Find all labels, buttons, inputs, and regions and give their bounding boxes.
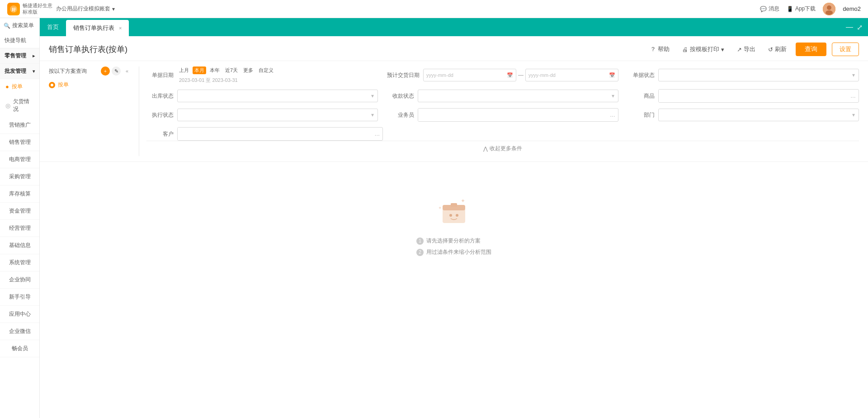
tab-close-icon[interactable]: × bbox=[119, 25, 122, 31]
add-scheme-icon[interactable]: + bbox=[101, 66, 110, 76]
sidebar-item-basic[interactable]: 基础信息 bbox=[0, 237, 39, 254]
salesperson-input[interactable] bbox=[418, 109, 607, 121]
filter-expected-date: 预计交货日期 yyyy-mm-dd 📅 — bbox=[387, 66, 618, 84]
shortcut-7days[interactable]: 近7天 bbox=[223, 66, 240, 74]
settings-button[interactable]: 设置 bbox=[832, 43, 859, 56]
sidebar-subitem-欠货[interactable]: ◎ 欠货情况 bbox=[0, 94, 39, 117]
sidebar-item-finance[interactable]: 资金管理 bbox=[0, 203, 39, 220]
search-menu-item[interactable]: 🔍 搜索菜单 bbox=[0, 18, 39, 33]
dept-label: 部门 bbox=[627, 111, 655, 119]
filter-row-2: 出库状态 ▾ 收款状态 bbox=[146, 89, 859, 103]
svg-point-8 bbox=[449, 214, 452, 217]
sidebar-item-sales[interactable]: 销售管理 bbox=[0, 134, 39, 151]
sidebar-item-newbie[interactable]: 新手引导 bbox=[0, 289, 39, 306]
app-download-button[interactable]: 📱 App下载 bbox=[787, 5, 816, 13]
payment-status-select[interactable]: ▾ bbox=[418, 90, 618, 102]
shortcut-more[interactable]: 更多 bbox=[241, 66, 255, 74]
customer-control: … bbox=[177, 127, 383, 141]
salesperson-label: 业务员 bbox=[387, 111, 414, 119]
nav-selector[interactable]: 办公用品行业模拟账套 ▾ bbox=[56, 5, 115, 13]
dept-control: ▾ bbox=[658, 109, 859, 121]
expected-date-end[interactable]: yyyy-mm-dd 📅 bbox=[525, 69, 618, 81]
logo-icon: 好 bbox=[7, 3, 20, 15]
scheme-item-按单[interactable]: 按单 bbox=[49, 79, 132, 90]
customer-input[interactable] bbox=[178, 128, 372, 140]
chevron-down-icon: ▾ bbox=[852, 72, 855, 78]
sidebar-item-wechat[interactable]: 企业微信 bbox=[0, 323, 39, 340]
svg-point-4 bbox=[826, 10, 833, 15]
shortcut-custom[interactable]: 自定义 bbox=[257, 66, 275, 74]
filter-goods: 商品 … bbox=[627, 89, 859, 103]
goods-input[interactable] bbox=[659, 90, 848, 102]
sidebar-item-retail[interactable]: 零售管理 ▸ bbox=[0, 48, 39, 64]
customer-label: 客户 bbox=[146, 130, 174, 138]
customer-more-icon[interactable]: … bbox=[372, 128, 382, 140]
goods-label: 商品 bbox=[627, 92, 655, 100]
scheme-label: 按以下方案查询 bbox=[49, 67, 87, 75]
collapse-icon: ⋀ bbox=[483, 146, 488, 152]
scheme-icons: + ✎ « bbox=[101, 66, 132, 76]
sidebar-item-purchase[interactable]: 采购管理 bbox=[0, 168, 39, 185]
sidebar-item-wholesale[interactable]: 批发管理 ▾ bbox=[0, 64, 39, 79]
dept-select[interactable]: ▾ bbox=[658, 109, 859, 121]
sidebar-item-ecommerce[interactable]: 电商管理 bbox=[0, 151, 39, 168]
sidebar-item-system[interactable]: 系统管理 bbox=[0, 254, 39, 271]
page-content: 销售订单执行表(按单) ？ 帮助 🖨 按模板打印 ▾ ↗ bbox=[40, 36, 868, 418]
sidebar-item-apps[interactable]: 应用中心 bbox=[0, 306, 39, 323]
goods-more-icon[interactable]: … bbox=[848, 90, 859, 102]
shortcut-last-month[interactable]: 上月 bbox=[177, 66, 191, 74]
ship-status-select[interactable]: ▾ bbox=[177, 90, 378, 102]
tab-minimize-icon[interactable]: — bbox=[846, 23, 853, 31]
query-button[interactable]: 查询 bbox=[796, 43, 826, 56]
expected-date-start[interactable]: yyyy-mm-dd 📅 bbox=[423, 69, 516, 81]
shortcut-this-year[interactable]: 本年 bbox=[208, 66, 222, 74]
exec-status-select[interactable]: ▾ bbox=[177, 109, 378, 121]
doc-status-label: 单据状态 bbox=[627, 71, 655, 79]
customer-input-wrapper: … bbox=[177, 127, 383, 141]
sidebar-item-member[interactable]: 畅会员 bbox=[0, 340, 39, 357]
username: demo2 bbox=[843, 5, 861, 12]
filter-scheme-header: 按以下方案查询 + ✎ « bbox=[49, 66, 132, 76]
svg-text:✦: ✦ bbox=[438, 205, 442, 210]
svg-rect-7 bbox=[451, 203, 457, 207]
sidebar-subitem-按单[interactable]: ● 按单 bbox=[0, 79, 39, 94]
tab-sales-exec[interactable]: 销售订单执行表 × bbox=[66, 20, 129, 36]
salesperson-control: … bbox=[418, 108, 618, 122]
collapse-button[interactable]: ⋀ 收起更多条件 bbox=[478, 144, 528, 153]
doc-status-select[interactable]: ▾ bbox=[658, 69, 859, 81]
payment-status-control: ▾ bbox=[418, 90, 618, 102]
help-button[interactable]: ？ 帮助 bbox=[646, 43, 673, 55]
payment-status-label: 收款状态 bbox=[387, 92, 414, 100]
tab-maximize-icon[interactable]: ⤢ bbox=[857, 23, 863, 32]
sidebar-item-enterprise[interactable]: 企业协同 bbox=[0, 271, 39, 289]
chevron-down-icon: ▾ bbox=[33, 69, 35, 74]
quick-nav-item[interactable]: 快捷导航 bbox=[0, 33, 39, 48]
salesperson-more-icon[interactable]: … bbox=[607, 109, 618, 121]
date-range-text: 2023-03-01 至 2023-03-31 bbox=[179, 77, 378, 84]
download-icon: 📱 bbox=[787, 6, 793, 12]
export-button[interactable]: ↗ 导出 bbox=[733, 43, 759, 55]
sidebar-item-marketing[interactable]: 营销推广 bbox=[0, 117, 39, 134]
calendar-icon: 📅 bbox=[507, 72, 513, 78]
doc-date-control: 上月 本月 本年 近7天 更多 自定义 2023-03-01 至 2023-03… bbox=[177, 66, 378, 84]
goods-input-wrapper: … bbox=[658, 89, 859, 103]
collapse-scheme-icon[interactable]: « bbox=[123, 66, 132, 76]
message-button[interactable]: 💬 消息 bbox=[760, 5, 779, 13]
sidebar-item-operations[interactable]: 经营管理 bbox=[0, 220, 39, 237]
avatar[interactable] bbox=[823, 3, 835, 15]
edit-scheme-icon[interactable]: ✎ bbox=[112, 66, 121, 76]
empty-illustration: ✦ ✦ bbox=[434, 189, 474, 230]
svg-text:好: 好 bbox=[11, 7, 16, 12]
refresh-button[interactable]: ↺ 刷新 bbox=[764, 43, 790, 55]
svg-point-3 bbox=[827, 5, 831, 10]
shortcut-this-month[interactable]: 本月 bbox=[193, 66, 206, 74]
tab-home[interactable]: 首页 bbox=[40, 18, 66, 36]
template-print-button[interactable]: 🖨 按模板打印 ▾ bbox=[679, 43, 728, 55]
export-icon: ↗ bbox=[737, 46, 742, 53]
doc-date-label: 单据日期 bbox=[146, 71, 174, 79]
print-icon: 🖨 bbox=[682, 46, 688, 53]
empty-tip-1: 1 请先选择要分析的方案 bbox=[416, 237, 491, 245]
expected-date-label: 预计交货日期 bbox=[387, 71, 420, 79]
sidebar-item-inventory[interactable]: 库存核算 bbox=[0, 185, 39, 203]
filter-ship-status: 出库状态 ▾ bbox=[146, 89, 378, 103]
